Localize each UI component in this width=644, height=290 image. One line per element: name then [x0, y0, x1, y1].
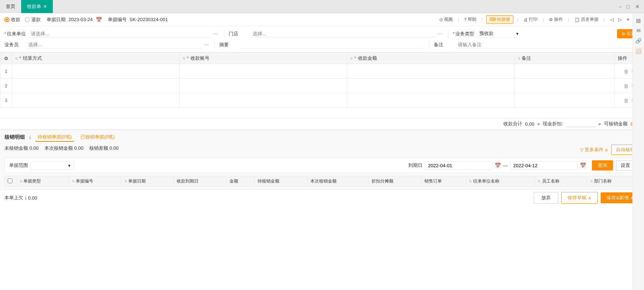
- verify-diff-label: 核销差额: [89, 145, 108, 151]
- minimize-icon[interactable]: －: [618, 4, 624, 9]
- operate-action-btn[interactable]: ⚙ 操作: [547, 16, 564, 23]
- more-filter-btn[interactable]: ▽ 更多条件 ∧: [580, 146, 608, 153]
- current-page-label: 本单上欠: [4, 195, 23, 201]
- abandon-btn[interactable]: 放弃: [534, 192, 558, 204]
- salesperson-more-icon[interactable]: ···: [202, 42, 210, 48]
- row-1-settlement[interactable]: [12, 64, 180, 79]
- toolbar-actions: ⊙ 视频 | ? 帮助 | ⌨ 快捷键 | 🖨 打印 |: [438, 15, 640, 24]
- query-btn[interactable]: 查询: [592, 160, 613, 171]
- this-verify-stat: 本次核销金额 0.00: [44, 145, 83, 152]
- radio-refund-dot: [25, 17, 30, 22]
- sidebar-table-icon[interactable]: ▤: [634, 16, 643, 25]
- row-1-delete-icon[interactable]: 🗑: [624, 68, 629, 74]
- bottom-footer: 本单上欠 ℹ 0.00 放弃 保存草稿 ∧ 保存&新增 ∧: [0, 189, 644, 206]
- due-date-label: 到期日: [408, 162, 423, 169]
- radio-receipt[interactable]: 收款: [4, 16, 20, 23]
- amount-label: 收款金额: [358, 55, 377, 61]
- due-date-header: 收款到期日: [173, 176, 226, 187]
- unverified-label: 未核销金额: [4, 145, 28, 151]
- row-2-amount[interactable]: [347, 79, 514, 93]
- doc-type-header: ⇅ 单据类型: [16, 176, 69, 187]
- date-from-calendar-icon[interactable]: 📅: [495, 162, 501, 168]
- remark-input[interactable]: [456, 41, 640, 48]
- footer-info-icon[interactable]: ℹ: [25, 195, 27, 201]
- select-all-checkbox[interactable]: [8, 179, 12, 183]
- row-3-settlement[interactable]: [12, 93, 180, 108]
- pending-amount-header: 待核销金额: [254, 176, 307, 187]
- verify-checkbox-header: [5, 176, 16, 187]
- tab-close-icon[interactable]: ✕: [43, 4, 47, 9]
- shortcut-btn[interactable]: ⌨ 快捷键: [486, 15, 513, 24]
- counterpart-input[interactable]: [29, 30, 212, 38]
- help-action-btn[interactable]: ? 帮助: [463, 16, 478, 23]
- video-action-btn[interactable]: ⊙ 视频: [438, 16, 454, 23]
- sidebar-screenshot-icon[interactable]: ⬜: [634, 47, 643, 55]
- row-2-delete-icon[interactable]: 🗑: [624, 83, 629, 89]
- verify-diff-stat: 核销差额 0.00: [89, 145, 119, 152]
- save-draft-btn[interactable]: 保存草稿 ∧: [561, 192, 598, 204]
- row-3-amount[interactable]: [347, 93, 514, 108]
- doc-date-label: 单据日期: [128, 179, 146, 184]
- help-label: 帮助: [468, 16, 476, 23]
- row-3-delete-icon[interactable]: 🗑: [624, 98, 629, 103]
- store-more-icon[interactable]: ···: [436, 31, 444, 37]
- sidebar-link-icon[interactable]: 🔗: [634, 36, 643, 45]
- filter-icon: ▽: [580, 147, 584, 153]
- verify-info-icon[interactable]: ℹ: [29, 135, 31, 140]
- summary-input[interactable]: [241, 41, 425, 48]
- store-input[interactable]: [251, 30, 436, 38]
- discount-input[interactable]: [566, 121, 595, 127]
- row-2-remark[interactable]: [514, 79, 614, 93]
- remark-label: 备注: [434, 42, 456, 48]
- tab-bar: 首页 收款单 ✕ － □ ✕: [0, 0, 644, 13]
- discount-header: 折扣分摊额: [368, 176, 421, 187]
- account-label: 收款账号: [191, 55, 209, 61]
- row-1-remark[interactable]: [514, 64, 614, 79]
- prev-view-btn[interactable]: ◁: [608, 16, 616, 23]
- window-controls: － □ ✕: [618, 4, 644, 9]
- salesperson-input[interactable]: [26, 41, 202, 48]
- radio-refund[interactable]: 退款: [25, 16, 41, 23]
- row-2-account[interactable]: [179, 79, 347, 93]
- settings-gear-icon: ⚙: [621, 31, 625, 36]
- equals-sign: =: [598, 121, 601, 127]
- row-3-account[interactable]: [179, 93, 347, 108]
- tab-home[interactable]: 首页: [0, 0, 21, 13]
- verify-title: 核销明细: [4, 134, 25, 141]
- row-2-settlement[interactable]: [12, 79, 180, 93]
- verify-header: 核销明细 ℹ 待核销单据(0笔) 已核销单据(0笔): [4, 133, 640, 142]
- next-view-btn[interactable]: ▷: [616, 16, 624, 23]
- verify-actions: ▽ 更多条件 ∧ 自动核销: [580, 145, 640, 155]
- verify-tab-verified[interactable]: 已核销单据(0笔): [78, 133, 117, 142]
- business-type-select[interactable]: 预收款 ▾: [477, 30, 521, 38]
- verify-section: 核销明细 ℹ 待核销单据(0笔) 已核销单据(0笔) 未核销金额 0.00 本次…: [0, 129, 644, 189]
- date-to-input[interactable]: [510, 161, 578, 170]
- settlement-label: 结算方式: [23, 55, 42, 61]
- table-row: 2 🗑 ⧉: [0, 79, 644, 93]
- row-1-num: 1: [0, 64, 12, 79]
- doc-date-calendar-icon[interactable]: 📅: [96, 17, 102, 23]
- date-from-input[interactable]: [425, 161, 492, 170]
- this-verify-label: 本次核销金额: [44, 145, 73, 151]
- print-action-btn[interactable]: 🖨 打印: [522, 16, 539, 23]
- history-action-btn[interactable]: 📋 历史单据: [573, 16, 600, 23]
- this-verify-value: 0.00: [74, 145, 83, 151]
- doc-range-select[interactable]: ▾: [30, 161, 74, 170]
- list-view-btn[interactable]: ≡: [624, 16, 632, 23]
- verify-tab-pending[interactable]: 待核销单据(0笔): [35, 133, 74, 142]
- discount-label-th: 折扣分摊额: [372, 179, 393, 184]
- shortcut-label: 快捷键: [497, 17, 510, 22]
- maximize-icon[interactable]: □: [627, 4, 632, 9]
- verify-table-wrapper: ⇅ 单据类型 ⇅ 单据编号 ⇅ 单据日期: [4, 176, 640, 187]
- row-3-remark[interactable]: [514, 93, 614, 108]
- tab-receipt[interactable]: 收款单 ✕: [21, 0, 53, 13]
- table-settings-header[interactable]: ⚙: [0, 53, 12, 64]
- row-1-amount[interactable]: [347, 64, 514, 79]
- date-to-calendar-icon[interactable]: 📅: [580, 162, 586, 168]
- counterpart-more-icon[interactable]: ···: [212, 31, 219, 37]
- form-row-1: * 往来单位 ··· 门店 ··· * 业务类型: [4, 29, 640, 38]
- row-1-account[interactable]: [179, 64, 347, 79]
- close-icon[interactable]: ✕: [635, 4, 641, 9]
- sidebar-email-icon[interactable]: ✉: [634, 26, 643, 35]
- account-required-mark: *: [187, 55, 189, 61]
